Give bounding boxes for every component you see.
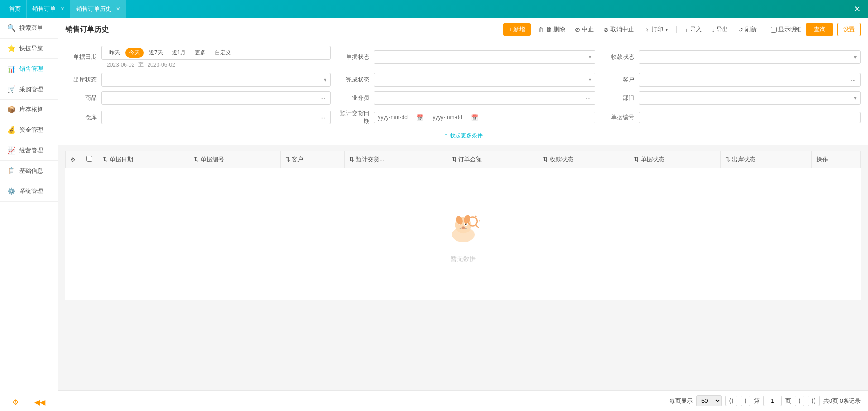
refresh-button[interactable]: ↺ 刷新 [735, 24, 759, 35]
sidebar-item-finance[interactable]: 💰 资金管理 [0, 120, 58, 140]
filter-row-4: 仓库 ··· 预计交货日期 📅 — 📅 单据编号 [65, 109, 861, 126]
complete-status-dropdown[interactable]: ▾ [374, 73, 596, 87]
th-gear[interactable]: ⚙ [66, 151, 82, 168]
warehouse-input[interactable]: ··· [101, 111, 331, 124]
stop-icon: ⊘ [575, 26, 580, 33]
th-order-amount[interactable]: ⇅ 订单金额 [447, 151, 538, 168]
filter-out-status-section: 出库状态 ▾ [65, 73, 331, 87]
setting-button[interactable]: 设置 [837, 23, 861, 36]
calendar-icon-end: 📅 [471, 114, 478, 121]
date-chip-custom[interactable]: 自定义 [211, 48, 235, 58]
th-date-icon: ⇅ [103, 156, 108, 163]
select-all-checkbox[interactable] [86, 156, 92, 162]
sidebar-bottom: ⚙ ◀◀ [0, 393, 58, 411]
bill-no-input[interactable] [643, 114, 857, 121]
bill-status-chevron: ▾ [589, 54, 591, 60]
date-filter-label: 单据日期 [65, 53, 101, 61]
stop-button[interactable]: ⊘ 中止 [572, 24, 596, 35]
th-out-status[interactable]: ⇅ 出库状态 [720, 151, 811, 168]
page-label: 第 [754, 397, 760, 405]
current-page-input[interactable] [763, 396, 782, 406]
th-bill-status[interactable]: ⇅ 单据状态 [629, 151, 720, 168]
filter-area: 单据日期 昨天 今天 近7天 近1月 更多 自定义 2023-06-02 至 [58, 40, 868, 145]
th-out-status-icon: ⇅ [725, 156, 730, 163]
sidebar-item-finance-label: 资金管理 [19, 126, 43, 134]
sidebar-item-purchase[interactable]: 🛒 采购管理 [0, 79, 58, 100]
first-page-button[interactable]: ⟨⟨ [725, 396, 737, 406]
import-button[interactable]: ↑ 导入 [682, 24, 705, 35]
tab-sales-order-history-label: 销售订单历史 [76, 5, 111, 13]
th-customer[interactable]: ⇅ 客户 [280, 151, 345, 168]
dept-dropdown[interactable]: ▾ [639, 91, 861, 105]
operations-icon: 📈 [7, 146, 16, 155]
tab-home[interactable]: 首页 [4, 0, 27, 18]
pagination-bar: 每页显示 50 10 20 100 ⟨⟨ ⟨ 第 页 ⟩ ⟩⟩ 共0页,0条记录 [58, 390, 868, 411]
tab-sales-order[interactable]: 销售订单 ✕ [27, 0, 71, 18]
content-area: 销售订单历史 + 新增 🗑 🗑 删除 ⊘ 中止 ⊘ 取消中止 🖨 打印 [58, 18, 868, 411]
sidebar-item-operations[interactable]: 📈 经营管理 [0, 140, 58, 161]
customer-dotdot: ··· [851, 77, 856, 83]
goods-input[interactable]: ··· [101, 91, 331, 105]
cancel-stop-button[interactable]: ⊘ 取消中止 [601, 24, 637, 35]
sidebar-item-quick-nav[interactable]: ⭐ 快捷导航 [0, 39, 58, 59]
export-button[interactable]: ↓ 导出 [709, 24, 731, 35]
expected-date-label: 预计交货日期 [338, 109, 374, 126]
window-close-button[interactable]: ✕ [847, 0, 868, 18]
query-button[interactable]: 查询 [806, 23, 833, 36]
th-date[interactable]: ⇅ 单据日期 [98, 151, 189, 168]
star-icon: ⭐ [7, 44, 16, 53]
import-icon: ↑ [685, 26, 688, 33]
sidebar-item-inventory[interactable]: 📦 库存核算 [0, 100, 58, 120]
display-detail-checkbox[interactable] [771, 27, 777, 33]
customer-input[interactable]: ··· [639, 73, 861, 87]
tab-sales-order-history-close[interactable]: ✕ [116, 6, 120, 12]
expected-date-start-input[interactable] [378, 114, 414, 121]
date-chip-today[interactable]: 今天 [125, 48, 144, 58]
delete-button[interactable]: 🗑 🗑 删除 [535, 24, 568, 35]
tab-sales-order-history[interactable]: 销售订单历史 ✕ [71, 0, 126, 18]
th-receive-status[interactable]: ⇅ 收款状态 [538, 151, 629, 168]
prev-page-button[interactable]: ⟨ [741, 396, 750, 406]
sidebar-collapse-button[interactable]: ◀◀ [34, 398, 45, 406]
collapse-label: 收起更多条件 [450, 132, 483, 140]
date-chip-7days[interactable]: 近7天 [145, 48, 167, 58]
out-status-dropdown[interactable]: ▾ [101, 73, 331, 87]
th-order-amount-label: 订单金额 [458, 156, 482, 163]
dept-label: 部门 [603, 94, 639, 102]
customer-label: 客户 [603, 76, 639, 84]
finance-icon: 💰 [7, 126, 16, 134]
inventory-icon: 📦 [7, 106, 16, 114]
sidebar-item-sales[interactable]: 📊 销售管理 [0, 59, 58, 79]
th-checkbox[interactable] [82, 151, 98, 168]
salesperson-input[interactable]: ··· [374, 91, 596, 105]
th-receive-status-label: 收款状态 [550, 156, 573, 163]
filter-date-section: 单据日期 昨天 今天 近7天 近1月 更多 自定义 2023-06-02 至 [65, 46, 331, 68]
sidebar-item-search[interactable]: 🔍 搜索菜单 [0, 18, 58, 39]
display-detail-checkbox-label[interactable]: 显示明细 [771, 25, 802, 34]
sidebar-item-system[interactable]: ⚙️ 系统管理 [0, 181, 58, 202]
date-chip-more[interactable]: 更多 [191, 48, 209, 58]
expected-date-end-input[interactable] [433, 114, 469, 121]
sidebar-item-basic-info[interactable]: 📋 基础信息 [0, 161, 58, 181]
tab-sales-order-close[interactable]: ✕ [60, 6, 65, 12]
bill-status-dropdown[interactable]: ▾ [374, 50, 596, 64]
page-size-select[interactable]: 50 10 20 100 [696, 395, 722, 406]
next-page-button[interactable]: ⟩ [795, 396, 804, 406]
toolbar-divider [676, 26, 677, 33]
filter-complete-status-section: 完成状态 ▾ [331, 73, 596, 87]
th-bill-no[interactable]: ⇅ 单据编号 [189, 151, 280, 168]
print-button[interactable]: 🖨 打印 ▾ [641, 24, 671, 35]
sidebar-item-operations-label: 经营管理 [19, 146, 43, 155]
date-chip-1month[interactable]: 近1月 [168, 48, 190, 58]
dept-chevron: ▾ [854, 95, 857, 101]
th-action: 操作 [811, 151, 860, 168]
out-status-label: 出库状态 [65, 76, 101, 84]
collapse-filter-row[interactable]: ⌃ 收起更多条件 [65, 130, 861, 141]
new-button[interactable]: + 新增 [503, 23, 531, 36]
date-chip-yesterday[interactable]: 昨天 [106, 48, 124, 58]
receive-status-dropdown[interactable]: ▾ [639, 50, 861, 64]
th-expected-delivery[interactable]: ⇅ 预计交货... [345, 151, 447, 168]
sidebar-settings-button[interactable]: ⚙ [12, 398, 19, 406]
last-page-button[interactable]: ⟩⟩ [808, 396, 820, 406]
sidebar-item-system-label: 系统管理 [19, 187, 43, 195]
